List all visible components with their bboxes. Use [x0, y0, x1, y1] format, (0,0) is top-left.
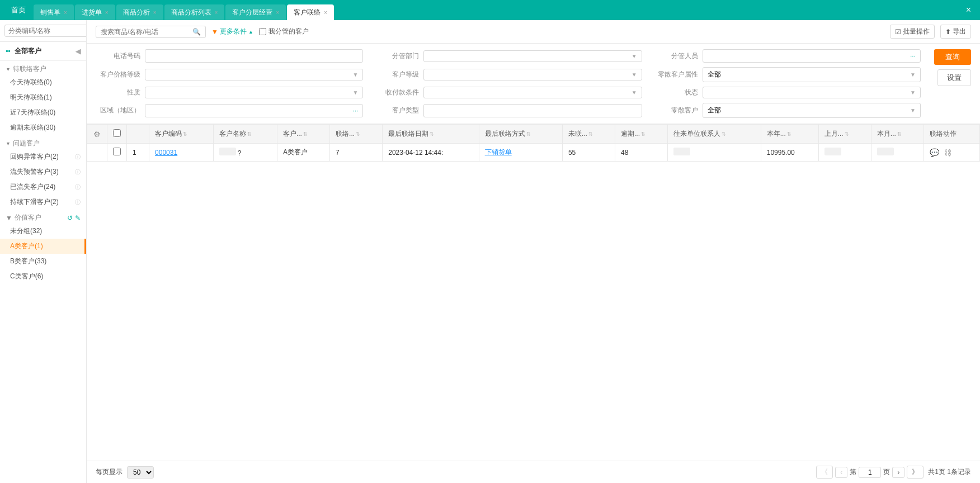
sidebar-item-abnormal[interactable]: 回购异常客户(2) ⓘ [0, 149, 86, 164]
th-uncontacted[interactable]: 未联... ⇅ [562, 125, 615, 144]
nav-tab-analysis-list-close[interactable]: × [215, 10, 218, 16]
sidebar-item-today[interactable]: 今天待联络(0) [0, 75, 86, 90]
nav-tab-analysis[interactable]: 商品分析 × [116, 4, 163, 20]
nav-home[interactable]: 首页 [4, 0, 32, 20]
sidebar-item-warning[interactable]: 流失预警客户(3) ⓘ [0, 164, 86, 179]
footer-last-page-btn[interactable]: 》 [907, 466, 924, 479]
setting-btn[interactable]: 设置 [937, 69, 971, 86]
th-unit-contact[interactable]: 往来单位联系人 ⇅ [668, 125, 761, 144]
filter-search-icon[interactable]: 🔍 [192, 28, 201, 36]
td-last-month-placeholder [824, 148, 841, 155]
td-code-link[interactable]: 000031 [155, 149, 177, 157]
query-btn[interactable]: 查询 [934, 49, 971, 65]
adv-filter-retail-value: 全部 [708, 106, 721, 115]
nav-tab-sales[interactable]: 销售单 × [34, 4, 74, 20]
td-checkbox-input[interactable] [113, 148, 121, 155]
nav-tab-customer-contact-close[interactable]: × [324, 10, 327, 16]
adv-filter-person-dots[interactable]: ··· [910, 52, 916, 60]
th-overdue[interactable]: 逾期... ⇅ [615, 125, 668, 144]
th-contact[interactable]: 联络... ⇅ [330, 125, 383, 144]
batch-op-btn[interactable]: ☑ 批量操作 [890, 25, 935, 39]
nav-tab-analysis-close[interactable]: × [153, 10, 157, 16]
adv-filter-customer-level-label: 客户等级 [374, 70, 419, 79]
adv-filter-price-level-select[interactable]: ▼ [145, 69, 363, 80]
main-layout: 🔍 ▪▪ 全部客户 ◀ ▼ 待联络客户 今天待联络(0) 明天待联络(1) 近7… [0, 20, 980, 483]
footer-prev-page-btn[interactable]: ‹ [835, 467, 847, 478]
th-checkbox[interactable] [107, 125, 127, 144]
td-action-link-icon[interactable]: ⛓ [944, 148, 951, 157]
adv-filter-nature-select[interactable]: ▼ [145, 87, 363, 98]
td-name-text: ? [238, 149, 242, 157]
nav-tab-customer-mgmt-close[interactable]: × [276, 10, 279, 16]
filter-my-customers[interactable]: 我分管的客户 [259, 27, 309, 36]
th-name[interactable]: 客户名称 ⇅ [213, 125, 277, 144]
sidebar-item-class-b[interactable]: B类客户(33) [0, 254, 86, 269]
adv-filter-region-dots[interactable]: ··· [352, 107, 358, 115]
footer-next-page-btn[interactable]: › [892, 467, 904, 478]
th-settings[interactable]: ⚙ [87, 125, 107, 144]
th-category-label: 客户... [283, 129, 302, 139]
th-this-month[interactable]: 本月... ⇅ [871, 125, 924, 144]
th-last-month[interactable]: 上月... ⇅ [818, 125, 871, 144]
adv-filter-region-label: 区域（地区） [96, 106, 140, 115]
nav-tab-sales-close[interactable]: × [64, 10, 67, 16]
adv-filter-phone: 电话号码 [96, 49, 363, 63]
sidebar-item-lost[interactable]: 已流失客户(24) ⓘ [0, 179, 86, 195]
td-checkbox[interactable] [107, 144, 127, 162]
nav-tab-purchase[interactable]: 进货单 × [75, 4, 115, 20]
adv-filter-phone-input[interactable] [145, 49, 363, 63]
filter-more-btn[interactable]: ▼ 更多条件 ▲ [211, 27, 253, 36]
th-index [127, 125, 149, 144]
td-code[interactable]: 000031 [149, 144, 213, 162]
th-last-method[interactable]: 最后联络方式 ⇅ [479, 125, 562, 144]
adv-filter-dept-select[interactable]: ▼ [423, 50, 642, 62]
td-action-chat-icon[interactable]: 💬 [930, 148, 939, 157]
adv-filter-type-input[interactable] [423, 104, 642, 117]
sidebar-pending-label: 待联络客户 [13, 64, 46, 74]
sidebar-item-overdue[interactable]: 逾期未联络(30) [0, 120, 86, 135]
th-code-label: 客户编码 [155, 129, 182, 139]
adv-filter-status-select[interactable]: ▼ [703, 87, 921, 98]
th-checkbox-input[interactable] [113, 129, 121, 137]
filter-my-customers-checkbox[interactable] [259, 28, 266, 35]
td-last-date: 2023-04-12 14:44: [383, 144, 479, 162]
sidebar-value-edit-icon[interactable]: ✎ [75, 214, 81, 222]
sidebar-item-class-c[interactable]: C类客户(6) [0, 269, 86, 284]
th-this-year[interactable]: 本年... ⇅ [761, 125, 818, 144]
footer-page-input[interactable] [859, 467, 881, 478]
footer-first-page-btn[interactable]: 《 [816, 466, 833, 479]
sidebar-value-refresh-icon[interactable]: ↺ [67, 214, 73, 222]
adv-filter-nature-label: 性质 [96, 88, 140, 97]
td-last-method-link[interactable]: 下销货单 [485, 148, 512, 156]
sidebar: 🔍 ▪▪ 全部客户 ◀ ▼ 待联络客户 今天待联络(0) 明天待联络(1) 近7… [0, 20, 87, 483]
sidebar-item-declining[interactable]: 持续下滑客户(2) ⓘ [0, 195, 86, 210]
nav-tab-customer-mgmt[interactable]: 客户分层经营 × [225, 4, 286, 20]
sidebar-item-tomorrow[interactable]: 明天待联络(1) [0, 90, 86, 105]
adv-filter-customer-level-select[interactable]: ▼ [423, 69, 642, 80]
th-code[interactable]: 客户编码 ⇅ [149, 125, 213, 144]
nav-tab-purchase-close[interactable]: × [105, 10, 109, 16]
sidebar-item-unclassified[interactable]: 未分组(32) [0, 224, 86, 239]
adv-filter-row-1: 电话号码 分管部门 ▼ 分管人员 [96, 49, 921, 63]
footer-per-page-select[interactable]: 50 [127, 466, 154, 479]
th-action: 联络动作 [924, 125, 979, 144]
nav-close-all[interactable]: × [962, 3, 976, 17]
nav-tab-customer-contact[interactable]: 客户联络 × [287, 4, 334, 20]
th-name-sort-icon: ⇅ [247, 131, 252, 137]
th-category[interactable]: 客户... ⇅ [277, 125, 329, 144]
sidebar-all-customers[interactable]: ▪▪ 全部客户 ◀ [0, 42, 86, 61]
adv-filter-retail-select[interactable]: 全部 ▼ [703, 103, 921, 118]
filter-search-input[interactable] [101, 28, 190, 36]
adv-filter-payment-select[interactable]: ▼ [423, 87, 642, 98]
export-btn[interactable]: ⬆ 导出 [940, 25, 971, 39]
sidebar-item-class-a[interactable]: A类客户(1) [0, 239, 86, 254]
adv-filter-retail-attr-select[interactable]: 全部 ▼ [703, 67, 921, 82]
nav-tab-analysis-list[interactable]: 商品分析列表 × [164, 4, 225, 20]
sidebar-item-7days[interactable]: 近7天待联络(0) [0, 105, 86, 120]
td-last-method[interactable]: 下销货单 [479, 144, 562, 162]
sidebar-all-customers-icons: ◀ [76, 48, 81, 55]
sidebar-search-input[interactable] [4, 25, 87, 37]
th-last-method-label: 最后联络方式 [485, 129, 525, 139]
settings-gear-icon[interactable]: ⚙ [93, 130, 101, 139]
th-last-date[interactable]: 最后联络日期 ⇅ [383, 125, 479, 144]
